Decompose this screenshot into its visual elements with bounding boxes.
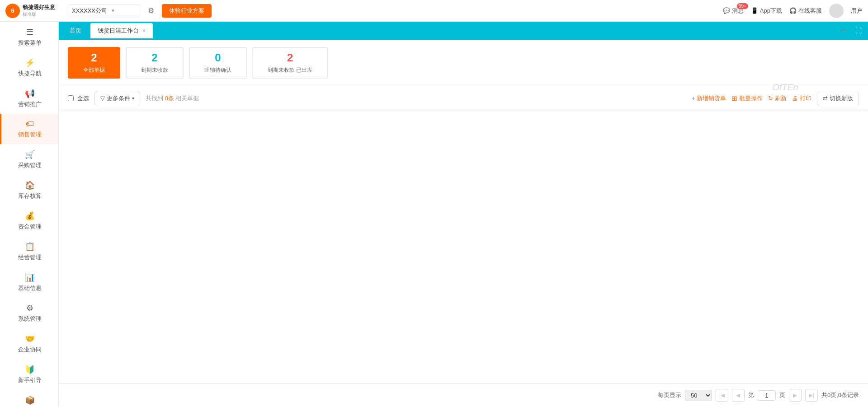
found-count: 0条 — [165, 95, 174, 102]
page-label-pre: 第 — [748, 391, 754, 399]
filter-icon: ▽ — [100, 95, 105, 102]
stats-row: 2 全部单据 2 到期未收款 0 旺辅待确认 2 到期未收款 已出库 — [59, 40, 868, 86]
experience-button[interactable]: 体验行业方案 — [162, 4, 212, 18]
sidebar-item-enterprise[interactable]: 🤝 企业协同 — [0, 328, 58, 359]
total-label: 共0页,0条记录 — [821, 391, 859, 399]
settings-icon[interactable]: ⚙ — [144, 4, 158, 18]
per-page-label: 每页显示 — [658, 391, 681, 399]
app-download-button[interactable]: 📱 App下载 — [751, 7, 782, 15]
app-center-icon: 📦 — [25, 395, 35, 405]
last-page-button[interactable]: ▶| — [805, 389, 818, 402]
operations-icon: 📋 — [25, 242, 35, 252]
system-icon: ⚙ — [26, 303, 33, 313]
inventory-icon: 🏠 — [25, 180, 35, 190]
page-label-post: 页 — [779, 391, 785, 399]
message-button[interactable]: 💬 消息 99+ — [723, 7, 744, 15]
print-icon: 🖨 — [792, 95, 798, 102]
sidebar-item-app-center[interactable]: 📦 应用中心 — [0, 390, 58, 407]
table-area — [59, 111, 868, 383]
chevron-down-icon: ▾ — [132, 96, 134, 101]
sidebar-item-finance[interactable]: 💰 资金管理 — [0, 206, 58, 236]
refresh-icon: ↻ — [768, 95, 773, 102]
sales-icon: 🏷 — [26, 119, 34, 129]
sidebar: ☰ 搜索菜单 ⚡ 快捷导航 📢 营销推广 🏷 销售管理 🛒 采购管理 🏠 库存核… — [0, 22, 59, 407]
stat-card-pending[interactable]: 0 旺辅待确认 — [189, 47, 247, 79]
purchase-icon: 🛒 — [25, 150, 35, 159]
stat-card-all[interactable]: 2 全部单据 — [68, 47, 120, 79]
marketing-icon: 📢 — [25, 89, 35, 98]
tab-close-icon[interactable]: × — [142, 28, 146, 34]
sidebar-item-marketing[interactable]: 📢 营销推广 — [0, 83, 58, 114]
logo-area: 6 畅捷通好生意 标准版 — [5, 4, 64, 18]
page-number-input[interactable]: 1 — [758, 390, 776, 401]
refresh-button[interactable]: ↻ 刷新 — [768, 94, 787, 103]
search-menu-icon: ☰ — [26, 27, 33, 37]
logo-icon: 6 — [5, 4, 20, 18]
quick-nav-icon: ⚡ — [25, 58, 35, 68]
sidebar-item-inventory[interactable]: 🏠 库存核算 — [0, 175, 58, 206]
content-area: 首页 钱货日清工作台 × ─ ⛶ 2 全部单据 2 到期未收款 — [59, 22, 868, 407]
message-icon: 💬 — [723, 7, 730, 14]
tab-minimize-icon[interactable]: ─ — [839, 26, 849, 35]
toolbar-right: + 新增销货单 ⊞ 批量操作 ↻ 刷新 🖨 打印 ⇄ — [692, 92, 859, 105]
per-page-select[interactable]: 50 100 200 — [685, 390, 712, 401]
avatar[interactable] — [829, 4, 844, 18]
tab-active[interactable]: 钱货日清工作台 × — [90, 23, 153, 38]
finance-icon: 💰 — [25, 211, 35, 221]
filter-button[interactable]: ▽ 更多条件 ▾ — [94, 92, 140, 105]
pagination: 每页显示 50 100 200 |◀ ◀ 第 1 页 ▶ ▶| 共0页,0条记录 — [59, 383, 868, 407]
sidebar-item-operations[interactable]: 📋 经营管理 — [0, 236, 58, 267]
service-icon: 🎧 — [789, 7, 797, 14]
company-select[interactable]: XXXXXX公司 ▼ — [68, 5, 140, 17]
tab-maximize-icon[interactable]: ⛶ — [853, 26, 864, 35]
sidebar-item-basics[interactable]: 📊 基础信息 — [0, 267, 58, 298]
sidebar-item-guide[interactable]: 🔰 新手引导 — [0, 359, 58, 390]
user-name[interactable]: 用户 — [851, 7, 863, 15]
next-page-button[interactable]: ▶ — [789, 389, 802, 402]
chevron-down-icon: ▼ — [111, 8, 115, 13]
found-text: 共找到 0条 相关单据 — [146, 94, 199, 103]
enterprise-icon: 🤝 — [25, 334, 35, 344]
main-layout: ☰ 搜索菜单 ⚡ 快捷导航 📢 营销推广 🏷 销售管理 🛒 采购管理 🏠 库存核… — [0, 22, 868, 407]
sidebar-item-purchase[interactable]: 🛒 采购管理 — [0, 144, 58, 175]
header-right: 💬 消息 99+ 📱 App下载 🎧 在线客服 用户 — [723, 4, 863, 18]
tab-home[interactable]: 首页 — [62, 23, 89, 38]
page-content: 2 全部单据 2 到期未收款 0 旺辅待确认 2 到期未收款 已出库 — [59, 40, 868, 407]
message-badge: 99+ — [737, 3, 748, 9]
guide-icon: 🔰 — [25, 365, 35, 374]
logo-text: 畅捷通好生意 标准版 — [23, 4, 55, 18]
toolbar: 全选 ▽ 更多条件 ▾ 共找到 0条 相关单据 + 新增销货单 ⊞ — [59, 86, 868, 111]
switch-version-button[interactable]: ⇄ 切换新版 — [817, 92, 859, 105]
first-page-button[interactable]: |◀ — [716, 389, 728, 402]
add-sales-order-button[interactable]: + 新增销货单 — [692, 94, 726, 103]
sidebar-item-sales[interactable]: 🏷 销售管理 — [0, 114, 58, 144]
online-service-button[interactable]: 🎧 在线客服 — [789, 7, 822, 15]
stat-card-overdue[interactable]: 2 到期未收款 — [126, 47, 184, 79]
sidebar-item-system[interactable]: ⚙ 系统管理 — [0, 298, 58, 328]
sidebar-item-search[interactable]: ☰ 搜索菜单 — [0, 22, 58, 52]
batch-operation-button[interactable]: ⊞ 批量操作 — [731, 94, 763, 103]
sidebar-item-quick-nav[interactable]: ⚡ 快捷导航 — [0, 52, 58, 83]
tab-controls: ─ ⛶ — [839, 26, 864, 35]
stat-card-shipped[interactable]: 2 到期未收款 已出库 — [252, 47, 328, 79]
app-icon: 📱 — [751, 7, 758, 14]
switch-icon: ⇄ — [823, 95, 828, 102]
select-all-checkbox[interactable] — [68, 95, 74, 101]
batch-icon: ⊞ — [731, 94, 737, 103]
top-header: 6 畅捷通好生意 标准版 XXXXXX公司 ▼ ⚙ 体验行业方案 💬 消息 99… — [0, 0, 868, 22]
print-button[interactable]: 🖨 打印 — [792, 94, 811, 103]
prev-page-button[interactable]: ◀ — [732, 389, 745, 402]
tab-bar: 首页 钱货日清工作台 × ─ ⛶ — [59, 22, 868, 40]
basics-icon: 📊 — [25, 272, 35, 282]
